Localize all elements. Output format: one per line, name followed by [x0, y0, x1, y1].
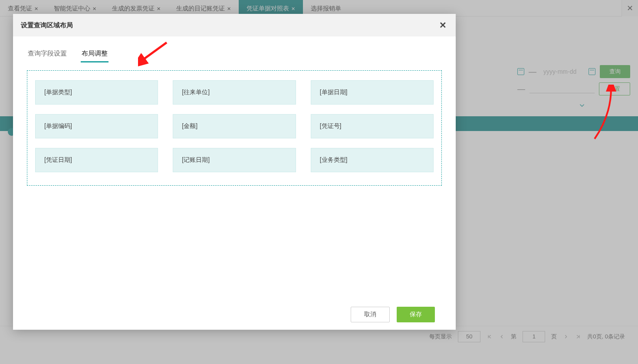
field-chip[interactable]: [单据日期]	[311, 80, 434, 105]
layout-drop-zone[interactable]: [单据类型] [往来单位] [单据日期] [单据编码] [金额] [凭证号] […	[27, 70, 442, 186]
tab-query-fields[interactable]: 查询字段设置	[27, 47, 68, 62]
close-icon[interactable]: ✕	[437, 20, 448, 30]
layout-settings-dialog: 设置查询区域布局 ✕ 查询字段设置 布局调整 [单据类型] [往来单位] [单据…	[13, 14, 456, 330]
dialog-header: 设置查询区域布局 ✕	[13, 14, 456, 36]
dialog-footer: 取消 保存	[13, 299, 456, 330]
dialog-title: 设置查询区域布局	[21, 21, 73, 30]
field-grid: [单据类型] [往来单位] [单据日期] [单据编码] [金额] [凭证号] […	[35, 80, 434, 172]
field-chip[interactable]: [凭证日期]	[35, 148, 158, 172]
field-chip[interactable]: [单据类型]	[35, 80, 158, 105]
field-chip[interactable]: [业务类型]	[311, 148, 434, 172]
field-chip[interactable]: [记账日期]	[173, 148, 296, 172]
field-chip[interactable]: [金额]	[173, 114, 296, 138]
dialog-tabs: 查询字段设置 布局调整	[27, 47, 442, 62]
save-button[interactable]: 保存	[397, 307, 435, 322]
field-chip[interactable]: [凭证号]	[311, 114, 434, 138]
tab-layout-adjust[interactable]: 布局调整	[81, 47, 109, 62]
cancel-button[interactable]: 取消	[351, 307, 390, 322]
field-chip[interactable]: [单据编码]	[35, 114, 158, 138]
field-chip[interactable]: [往来单位]	[173, 80, 296, 105]
dialog-body: 查询字段设置 布局调整 [单据类型] [往来单位] [单据日期] [单据编码] …	[13, 36, 456, 299]
